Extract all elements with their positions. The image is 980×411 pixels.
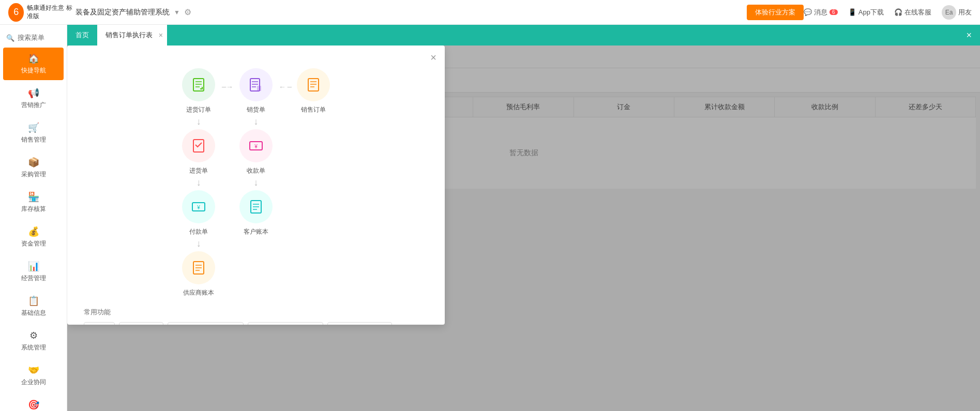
sidebar: 🔍 搜索菜单 🏠 快捷导航 📢 营销推广 🛒 销售管理 📦 采购管理 🏪 库存核… <box>0 25 67 411</box>
sales-order-circle <box>297 68 330 101</box>
search-menu[interactable]: 🔍 搜索菜单 <box>0 29 67 47</box>
func-btn-product[interactable]: 商品 <box>84 322 115 325</box>
common-title: 常用功能 <box>84 308 428 317</box>
guide-icon: 🎯 <box>28 399 39 410</box>
collab-icon: 🤝 <box>28 364 39 376</box>
app-download-btn[interactable]: 📱 App下载 <box>848 8 884 17</box>
customer-account-label: 客户账本 <box>244 227 268 236</box>
search-icon: 🔍 <box>6 34 14 42</box>
flow-node-purchase-slip[interactable]: 进货单 <box>182 129 215 175</box>
message-badge: 6 <box>830 9 838 15</box>
sidebar-item-purchase[interactable]: 📦 采购管理 <box>3 151 64 184</box>
system-name: 装备及固定资产辅助管理系统 ▼ ⚙ <box>76 7 747 17</box>
func-btn-partner[interactable]: 往来单位 <box>119 322 163 325</box>
payment-in-circle: ¥ <box>239 129 273 162</box>
operations-icon: 📊 <box>28 261 39 272</box>
user-menu[interactable]: Ea 用友 <box>942 5 972 20</box>
message-icon: 💬 <box>804 8 812 16</box>
tab-bar-close[interactable]: × <box>958 25 980 45</box>
func-buttons: 商品 往来单位 现存量(库存状况表) 现存量(库存分布表) 销售毛利分析表 商品… <box>84 322 428 325</box>
sales-slip-circle <box>239 68 273 101</box>
main: 首页 销售订单执行表 × × ❓ 帮助 🖨 按模板打印 ▼ <box>67 25 980 411</box>
arrow-down-5: ↓ <box>254 175 259 190</box>
svg-text:¥: ¥ <box>197 205 200 210</box>
customer-account-circle <box>239 190 273 223</box>
purchase-order-label: 进货订单 <box>186 105 211 114</box>
system-icon: ⚙ <box>29 330 38 341</box>
logo-text: 畅康通好生意 标准版 <box>27 4 76 20</box>
purchase-order-circle <box>182 68 215 101</box>
logo-icon: 6 <box>8 3 24 22</box>
avatar: Ea <box>942 5 956 20</box>
app-icon: 📱 <box>848 8 856 16</box>
sales-icon: 🛒 <box>28 122 39 133</box>
flow-node-payment-in[interactable]: ¥ 收款单 <box>239 129 273 175</box>
header: 6 畅康通好生意 标准版 装备及固定资产辅助管理系统 ▼ ⚙ 体验行业方案 💬 … <box>0 0 980 25</box>
logo: 6 畅康通好生意 标准版 <box>8 3 76 22</box>
flow-node-customer-account[interactable]: 客户账本 <box>239 190 273 236</box>
payment-in-label: 收款单 <box>247 166 265 175</box>
content-area: ❓ 帮助 🖨 按模板打印 ▼ ↗ 导出 🔄 刷新 <box>67 45 980 411</box>
sidebar-item-inventory[interactable]: 🏪 库存核算 <box>3 186 64 219</box>
arrow-down-2: ↓ <box>197 175 201 190</box>
arrow-down-4: ↓ <box>254 114 259 129</box>
sidebar-item-quick-nav[interactable]: 🏠 快捷导航 <box>3 48 64 80</box>
popup-box: × 进货订单 ↓ <box>67 45 445 325</box>
sidebar-item-finance[interactable]: 💰 资金管理 <box>3 221 64 253</box>
basic-icon: 📋 <box>28 295 39 307</box>
sidebar-item-sales[interactable]: 🛒 销售管理 <box>3 117 64 149</box>
sidebar-item-operations[interactable]: 📊 经营管理 <box>3 255 64 288</box>
tab-home[interactable]: 首页 <box>67 25 97 45</box>
svg-rect-15 <box>257 86 261 91</box>
sidebar-item-collab[interactable]: 🤝 企业协同 <box>3 359 64 392</box>
flow-node-sales-order[interactable]: 销售订单 <box>297 68 330 114</box>
supplier-account-label: 供应商账本 <box>183 288 214 297</box>
purchase-icon: 📦 <box>28 157 39 168</box>
system-dropdown-icon[interactable]: ▼ <box>174 9 180 16</box>
sales-order-node-label: 销售订单 <box>301 105 326 114</box>
service-btn[interactable]: 🎧 在线客服 <box>894 8 931 17</box>
svg-text:¥: ¥ <box>254 144 258 149</box>
purchase-slip-label: 进货单 <box>189 166 208 175</box>
func-btn-stock-status[interactable]: 现存量(库存状况表) <box>168 322 244 325</box>
inventory-icon: 🏪 <box>28 191 39 203</box>
popup-close-btn[interactable]: × <box>430 52 436 64</box>
flow-node-purchase-order[interactable]: 进货订单 <box>182 68 215 114</box>
tab-close-btn[interactable]: × <box>159 31 163 39</box>
flow-node-supplier-account[interactable]: 供应商账本 <box>182 251 215 297</box>
header-right: 💬 消息 6 📱 App下载 🎧 在线客服 Ea 用友 <box>804 5 972 20</box>
supplier-account-circle <box>182 251 215 284</box>
finance-icon: 💰 <box>28 226 39 237</box>
sidebar-item-system[interactable]: ⚙ 系统管理 <box>3 325 64 357</box>
tab-bar: 首页 销售订单执行表 × × <box>67 25 980 45</box>
sidebar-item-basic[interactable]: 📋 基础信息 <box>3 290 64 323</box>
payment-out-circle: ¥ <box>182 190 215 223</box>
common-functions: 常用功能 商品 往来单位 现存量(库存状况表) 现存量(库存分布表) 销售毛利分… <box>80 308 432 325</box>
payment-out-label: 付款单 <box>189 227 208 236</box>
sales-slip-label: 销货单 <box>247 105 265 114</box>
experience-btn[interactable]: 体验行业方案 <box>747 5 804 20</box>
layout: 🔍 搜索菜单 🏠 快捷导航 📢 营销推广 🛒 销售管理 📦 采购管理 🏪 库存核… <box>0 25 980 411</box>
home-icon: 🏠 <box>28 53 39 64</box>
purchase-slip-circle <box>182 129 215 162</box>
service-icon: 🎧 <box>894 8 902 16</box>
sidebar-item-marketing[interactable]: 📢 营销推广 <box>3 82 64 115</box>
arrow-down-1: ↓ <box>197 114 201 129</box>
svg-rect-22 <box>308 79 319 91</box>
flow-node-payment-out[interactable]: ¥ 付款单 <box>182 190 215 236</box>
func-btn-sales-margin[interactable]: 销售毛利分析表 <box>327 322 392 325</box>
flow-node-sales-slip[interactable]: 销货单 <box>239 68 273 114</box>
system-settings-icon[interactable]: ⚙ <box>184 7 191 17</box>
sidebar-item-guide[interactable]: 🎯 新手引导 <box>3 394 64 411</box>
marketing-icon: 📢 <box>28 87 39 99</box>
tab-sales-order[interactable]: 销售订单执行表 × <box>97 25 167 45</box>
popup-overlay: × 进货订单 ↓ <box>67 45 980 411</box>
arrow-down-3: ↓ <box>197 236 201 251</box>
func-btn-stock-dist[interactable]: 现存量(库存分布表) <box>248 322 324 325</box>
message-btn[interactable]: 💬 消息 6 <box>804 8 838 17</box>
